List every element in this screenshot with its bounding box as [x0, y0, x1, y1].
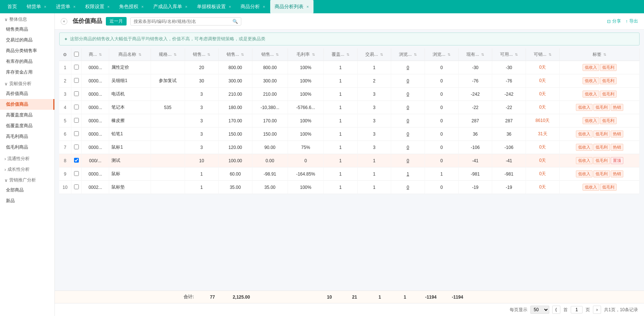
row-gross-rate: -5766.6...	[288, 101, 323, 114]
col-stock[interactable]: 现有... ⇅	[459, 48, 492, 61]
col-sellable[interactable]: 可销... ⇅	[526, 48, 560, 61]
row-spec	[151, 141, 185, 154]
row-sales-qty: 3	[185, 101, 218, 114]
row-checkbox[interactable]	[74, 131, 79, 136]
share-icon: ⊡	[607, 19, 611, 24]
sidebar-group-growth[interactable]: › 成长性分析	[0, 163, 54, 174]
col-spec[interactable]: 规格... ⇅	[151, 48, 185, 61]
nav-purchase-order[interactable]: 进货单 ×	[51, 0, 80, 13]
row-checkbox[interactable]	[74, 118, 79, 123]
sidebar-item-low-coverage[interactable]: 低覆盖度商品	[0, 120, 54, 131]
col-available[interactable]: 可用... ⇅	[492, 48, 526, 61]
row-checkbox[interactable]	[74, 158, 79, 163]
select-all-checkbox[interactable]	[74, 52, 79, 57]
tag-badge: 低毛利	[593, 170, 610, 177]
row-gross-rate: 100%	[288, 114, 323, 128]
tag-badge: 热销	[611, 130, 623, 137]
product-table: ⚙ 商... ⇅ 商品名称 ⇅ 规格... ⇅ 销售... ⇅ 销售... ⇅ …	[59, 48, 640, 194]
sidebar-item-all-products[interactable]: 全部商品	[0, 185, 54, 196]
browse1-link[interactable]: 0	[407, 145, 409, 150]
first-page-button[interactable]: ⟨	[552, 306, 560, 314]
page-label: 首	[563, 307, 568, 313]
row-code: 0000...	[81, 114, 109, 128]
row-checkbox[interactable]	[74, 145, 79, 149]
nav-home[interactable]: 首页	[3, 0, 21, 13]
row-available: -242	[492, 88, 526, 101]
col-sales-qty[interactable]: 销售... ⇅	[185, 48, 218, 61]
col-coverage[interactable]: 覆盖... ⇅	[323, 48, 357, 61]
browse1-link[interactable]: 0	[407, 118, 409, 123]
browse1-link[interactable]: 0	[407, 65, 409, 70]
next-page-button[interactable]: ›	[593, 306, 601, 314]
row-tags: 低收入低毛利	[560, 181, 640, 194]
col-transaction[interactable]: 交易... ⇅	[357, 48, 391, 61]
row-checkbox[interactable]	[74, 171, 79, 176]
sidebar-item-new-products[interactable]: 新品	[0, 196, 54, 206]
sidebar-item-sales-products[interactable]: 销售类商品	[0, 24, 54, 35]
page-number-input[interactable]	[571, 306, 583, 313]
main-content: « 低价值商品 近一月 🔍 ⊡ 分享 ↑ 导出 ✦ 这部分商品的销售收入大幅	[55, 13, 644, 316]
row-checkbox[interactable]	[74, 65, 79, 69]
period-button[interactable]: 近一月	[106, 17, 127, 26]
row-checkbox[interactable]	[74, 78, 79, 83]
per-page-select[interactable]: 50 100	[530, 306, 549, 314]
search-icon[interactable]: 🔍	[232, 19, 238, 24]
nav-role-auth[interactable]: 角色授权 ×	[115, 0, 148, 13]
row-transaction: 3	[357, 141, 391, 154]
sidebar-item-low-value[interactable]: 低价值商品	[0, 99, 54, 110]
tag-badge: 热销	[611, 104, 623, 111]
col-name[interactable]: 商品名称 ⇅	[109, 48, 151, 61]
col-code[interactable]: 商... ⇅	[81, 48, 109, 61]
browse1-link[interactable]: 0	[407, 92, 409, 97]
col-browse2[interactable]: 浏览... ⇅	[425, 48, 459, 61]
browse1-link[interactable]: 0	[407, 105, 409, 110]
col-sales-amt[interactable]: 销售... ⇅	[218, 48, 252, 61]
row-browse2: 0	[425, 128, 459, 141]
sidebar-item-category-rate[interactable]: 商品分类销售率	[0, 45, 54, 56]
sidebar-group-liquidity[interactable]: › 流通性分析	[0, 153, 54, 163]
col-gross-rate[interactable]: 毛利率 ⇅	[288, 48, 323, 61]
sidebar-group-marketing[interactable]: ∨ 营销推广分析	[0, 174, 54, 185]
col-gear[interactable]: ⚙	[59, 48, 71, 61]
row-checkbox-cell	[71, 167, 81, 181]
sidebar-item-low-margin[interactable]: 低毛利商品	[0, 142, 54, 153]
nav-sales-order[interactable]: 销货单 ×	[22, 0, 51, 13]
col-browse1[interactable]: 浏览... ⇅	[391, 48, 425, 61]
share-button[interactable]: ⊡ 分享	[607, 18, 621, 24]
sidebar-item-high-coverage[interactable]: 高覆盖度商品	[0, 110, 54, 120]
sidebar-item-high-margin[interactable]: 高毛利商品	[0, 131, 54, 142]
total-browse1: 1	[367, 295, 392, 300]
row-num: 3	[59, 88, 71, 101]
nav-permission[interactable]: 权限设置 ×	[81, 0, 114, 13]
sidebar-group-overall[interactable]: ∨ 整体信息	[0, 13, 54, 24]
row-checkbox-cell	[71, 61, 81, 74]
sidebar-collapse-button[interactable]: «	[61, 18, 67, 25]
export-button[interactable]: ↑ 导出	[625, 18, 638, 24]
row-checkbox[interactable]	[74, 184, 79, 189]
row-sellable: 0天	[526, 88, 560, 101]
browse1-link[interactable]: 0	[407, 132, 409, 137]
browse1-link[interactable]: 0	[407, 158, 409, 163]
sidebar-group-contribution[interactable]: ∨ 贡献值分析	[0, 78, 54, 88]
browse1-link[interactable]: 0	[407, 78, 409, 84]
sidebar-item-traded-products[interactable]: 交易过的商品	[0, 35, 54, 45]
row-checkbox[interactable]	[74, 91, 79, 96]
page-sep: 页	[586, 307, 590, 313]
sidebar-item-stock-capital[interactable]: 库存资金占用	[0, 67, 54, 78]
gear-icon[interactable]: ⚙	[63, 52, 67, 57]
col-sales-val[interactable]: 销售... ⇅	[252, 48, 288, 61]
row-checkbox[interactable]	[74, 105, 79, 109]
nav-template[interactable]: 单据模板设置 ×	[192, 0, 235, 13]
row-stock: -30	[459, 61, 492, 74]
chevron-down-icon-2: ∨	[4, 81, 8, 86]
table-row: 3 0000... 电话机 3 210.00 210.00 100% 1 3 0…	[59, 88, 640, 101]
nav-product-analysis[interactable]: 商品分析 ×	[236, 0, 269, 13]
col-tags[interactable]: 标签 ⇅	[560, 48, 640, 61]
sidebar-item-stocked-products[interactable]: 有库存的商品	[0, 56, 54, 67]
nav-product-analysis-list[interactable]: 商品分析列表 ×	[270, 0, 313, 13]
nav-product-inbound[interactable]: 产成品入库单 ×	[149, 0, 192, 13]
browse1-link[interactable]: 0	[407, 185, 409, 190]
browse1-link[interactable]: 1	[407, 171, 409, 177]
sidebar-item-high-value[interactable]: 高价值商品	[0, 88, 54, 99]
search-input[interactable]	[134, 19, 231, 24]
